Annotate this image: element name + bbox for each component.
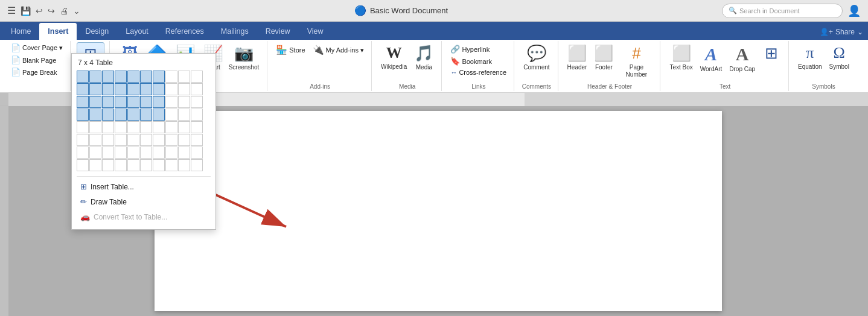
tab-home[interactable]: Home (2, 23, 39, 40)
tab-review[interactable]: Review (257, 23, 299, 40)
table-cell-3-2[interactable] (102, 109, 114, 121)
table-cell-1-3[interactable] (115, 83, 127, 95)
table-cell-0-2[interactable] (102, 71, 114, 83)
wordart-button[interactable]: A WordArt (697, 42, 726, 75)
header-button[interactable]: ⬜ Header (564, 42, 590, 73)
table-cell-7-7[interactable] (165, 159, 177, 171)
table-cell-6-4[interactable] (127, 147, 139, 159)
table-cell-1-8[interactable] (178, 83, 190, 95)
table-cell-6-5[interactable] (140, 147, 152, 159)
quick-access-undo-icon[interactable]: ↩ (36, 6, 43, 16)
table-cell-6-9[interactable] (191, 147, 203, 159)
table-cell-5-1[interactable] (89, 134, 101, 146)
table-cell-2-3[interactable] (115, 96, 127, 108)
tab-design[interactable]: Design (77, 23, 117, 40)
table-cell-7-9[interactable] (191, 159, 203, 171)
table-cell-7-0[interactable] (77, 159, 89, 171)
drop-cap-button[interactable]: A Drop Cap (726, 42, 758, 75)
table-cell-6-3[interactable] (115, 147, 127, 159)
table-cell-2-6[interactable] (153, 96, 165, 108)
table-cell-7-8[interactable] (178, 159, 190, 171)
table-cell-2-8[interactable] (178, 96, 190, 108)
table-cell-5-7[interactable] (165, 134, 177, 146)
table-cell-6-2[interactable] (102, 147, 114, 159)
text-box-button[interactable]: ⬜ Text Box (666, 42, 695, 73)
table-cell-1-5[interactable] (140, 83, 152, 95)
table-cell-3-7[interactable] (165, 109, 177, 121)
table-cell-6-7[interactable] (165, 147, 177, 159)
table-cell-7-3[interactable] (115, 159, 127, 171)
footer-button[interactable]: ⬜ Footer (591, 42, 616, 73)
table-cell-3-4[interactable] (127, 109, 139, 121)
document-page[interactable] (155, 111, 722, 311)
table-cell-1-0[interactable] (77, 83, 89, 95)
table-cell-6-0[interactable] (77, 147, 89, 159)
table-cell-2-2[interactable] (102, 96, 114, 108)
table-cell-4-8[interactable] (178, 121, 190, 133)
table-cell-0-6[interactable] (153, 71, 165, 83)
cross-reference-button[interactable]: ↔ Cross-reference (448, 68, 509, 77)
table-cell-3-9[interactable] (191, 109, 203, 121)
table-cell-4-2[interactable] (102, 121, 114, 133)
table-cell-4-9[interactable] (191, 121, 203, 133)
table-cell-0-3[interactable] (115, 71, 127, 83)
quick-parts-button[interactable]: ⊞ (759, 42, 783, 66)
tab-mailings[interactable]: Mailings (212, 23, 257, 40)
table-cell-0-9[interactable] (191, 71, 203, 83)
table-cell-4-4[interactable] (127, 121, 139, 133)
table-cell-7-5[interactable] (140, 159, 152, 171)
table-cell-3-5[interactable] (140, 109, 152, 121)
quick-access-print-icon[interactable]: 🖨 (60, 6, 68, 16)
table-cell-7-6[interactable] (153, 159, 165, 171)
table-cell-1-7[interactable] (165, 83, 177, 95)
table-cell-3-0[interactable] (77, 109, 89, 121)
table-cell-7-1[interactable] (89, 159, 101, 171)
screenshot-button[interactable]: 📷 Screenshot (226, 42, 263, 73)
table-cell-4-1[interactable] (89, 121, 101, 133)
table-grid[interactable] (77, 71, 211, 171)
table-cell-3-6[interactable] (153, 109, 165, 121)
table-cell-0-7[interactable] (165, 71, 177, 83)
table-cell-6-1[interactable] (89, 147, 101, 159)
symbol-button[interactable]: Ω Symbol (826, 42, 852, 72)
table-cell-4-5[interactable] (140, 121, 152, 133)
page-number-button[interactable]: # Page Number (617, 42, 655, 80)
table-cell-1-9[interactable] (191, 83, 203, 95)
table-cell-2-5[interactable] (140, 96, 152, 108)
media-button[interactable]: 🎵 Media (411, 42, 436, 73)
table-cell-1-4[interactable] (127, 83, 139, 95)
user-avatar-icon[interactable]: 👤 (847, 4, 861, 17)
store-button[interactable]: 🏪 Store (273, 42, 307, 58)
tab-view[interactable]: View (299, 23, 332, 40)
table-cell-2-1[interactable] (89, 96, 101, 108)
table-cell-0-1[interactable] (89, 71, 101, 83)
tab-layout[interactable]: Layout (117, 23, 157, 40)
bookmark-button[interactable]: 🔖 Bookmark (448, 55, 509, 67)
table-cell-0-4[interactable] (127, 71, 139, 83)
tab-references[interactable]: References (157, 23, 212, 40)
tab-insert[interactable]: Insert (39, 23, 77, 40)
table-cell-1-6[interactable] (153, 83, 165, 95)
table-cell-2-0[interactable] (77, 96, 89, 108)
table-cell-5-9[interactable] (191, 134, 203, 146)
table-cell-1-1[interactable] (89, 83, 101, 95)
comment-button[interactable]: 💬 Comment (520, 42, 552, 73)
table-cell-6-8[interactable] (178, 147, 190, 159)
table-cell-0-8[interactable] (178, 71, 190, 83)
table-cell-5-0[interactable] (77, 134, 89, 146)
table-cell-4-3[interactable] (115, 121, 127, 133)
table-cell-0-0[interactable] (77, 71, 89, 83)
table-cell-5-3[interactable] (115, 134, 127, 146)
table-cell-3-1[interactable] (89, 109, 101, 121)
blank-page-button[interactable]: 📄 Blank Page (8, 54, 65, 66)
table-cell-2-9[interactable] (191, 96, 203, 108)
table-cell-2-7[interactable] (165, 96, 177, 108)
quick-access-save-icon[interactable]: 💾 (21, 6, 31, 16)
table-cell-5-2[interactable] (102, 134, 114, 146)
table-cell-7-2[interactable] (102, 159, 114, 171)
table-cell-7-4[interactable] (127, 159, 139, 171)
cover-page-button[interactable]: 📄 Cover Page ▾ (8, 42, 65, 54)
table-cell-5-5[interactable] (140, 134, 152, 146)
table-cell-3-8[interactable] (178, 109, 190, 121)
my-addins-button[interactable]: 🔌 My Add-ins ▾ (310, 42, 366, 58)
